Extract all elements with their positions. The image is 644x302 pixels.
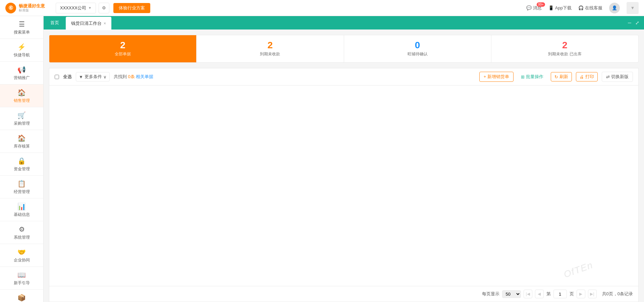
sidebar-item-operations[interactable]: 📋 经营管理: [0, 176, 43, 198]
header-right: 💬 消息 99+ 📱 App下载 🎧 在线客服 👤 ▼: [526, 2, 639, 14]
enterprise-icon: 🤝: [17, 248, 26, 256]
main-content: 首页 钱货日清工作台 × ─ ⤢ 2 全部单据 2 到期未收款: [44, 16, 644, 302]
app-center-icon: 📦: [17, 294, 26, 302]
found-text: 共找到 0条 相关单据: [114, 74, 153, 80]
sales-icon: 🏠: [17, 88, 26, 97]
sidebar-item-label-quick-nav: 快捷导航: [14, 52, 30, 58]
stat-card-all[interactable]: 2 全部单据: [49, 35, 197, 62]
new-sales-order-button[interactable]: + 新增销货单: [479, 72, 514, 82]
tab-home[interactable]: 首页: [44, 16, 66, 29]
app-download-button[interactable]: 📱 App下载: [548, 5, 572, 11]
tab-close-button[interactable]: ×: [104, 21, 106, 26]
pagination-last-button[interactable]: ▶|: [588, 290, 597, 298]
per-page-select[interactable]: 10 20 50 100: [502, 290, 521, 298]
sidebar-item-quick-nav[interactable]: ⚡ 快捷导航: [0, 39, 43, 62]
more-filter-button[interactable]: ▼ 更多条件 ∨: [76, 72, 110, 81]
download-icon: 📱: [548, 5, 554, 10]
avatar[interactable]: 👤: [609, 3, 620, 13]
tab-bar: 首页 钱货日清工作台 × ─ ⤢: [44, 16, 644, 29]
pagination-prev-button[interactable]: ◀: [535, 290, 544, 298]
sidebar-item-enterprise[interactable]: 🤝 企业协同: [0, 244, 43, 267]
pagination-bar: 每页显示 10 20 50 100 |◀ ◀ 第 页 ▶ ▶| 共0页，0条记录: [49, 286, 639, 302]
sidebar-item-finance[interactable]: 🔒 资金管理: [0, 153, 43, 176]
sidebar-item-label-finance: 资金管理: [14, 166, 30, 172]
refresh-label: 刷新: [559, 74, 568, 80]
active-tab-label: 钱货日清工作台: [71, 20, 102, 26]
gear-icon: ⚙: [102, 5, 106, 10]
sidebar-item-app-center[interactable]: 📦 应用中心: [0, 290, 43, 302]
stat-number-overdue-unpaid: 2: [268, 41, 273, 50]
table-area: [49, 85, 639, 286]
user-menu-icon: ▼: [631, 5, 635, 10]
sidebar-item-inventory[interactable]: 🏠 库存核算: [0, 130, 43, 153]
toolbar: 全选 ▼ 更多条件 ∨ 共找到 0条 相关单据 + 新增销货单 ⊞: [49, 68, 639, 85]
sidebar-item-search-menu[interactable]: ☰ 搜索菜单: [0, 16, 43, 39]
online-service-button[interactable]: 🎧 在线客服: [578, 5, 602, 11]
sidebar-item-label-search-menu: 搜索菜单: [14, 29, 30, 35]
stat-card-overdue-unpaid[interactable]: 2 到期未收款: [197, 35, 344, 62]
company-selector[interactable]: XXXXXX公司 ▼: [56, 3, 96, 13]
tab-minimize-button[interactable]: ─: [627, 19, 632, 26]
filter-icon: ▼: [79, 74, 83, 79]
sidebar-item-label-purchase: 采购管理: [14, 121, 30, 126]
tab-bar-controls: ─ ⤢: [627, 19, 644, 26]
stat-card-wangwang[interactable]: 0 旺辅待确认: [344, 35, 491, 62]
sidebar-item-sales[interactable]: 🏠 销售管理: [0, 84, 43, 107]
trial-button[interactable]: 体验行业方案: [113, 3, 150, 13]
stat-number-overdue-not-shipped: 2: [562, 41, 568, 50]
search-menu-icon: ☰: [19, 20, 25, 28]
sidebar-item-beginner[interactable]: 📖 新手引导: [0, 267, 43, 290]
message-button[interactable]: 💬 消息 99+: [526, 5, 542, 11]
user-menu-button[interactable]: ▼: [627, 2, 639, 14]
headset-icon: 🎧: [578, 5, 584, 10]
logo-area: ⑥ 畅捷通好生意 标准版: [5, 3, 49, 13]
related-link[interactable]: 相关单据: [136, 74, 153, 79]
logo-text: 畅捷通好生意 标准版: [19, 3, 45, 13]
sidebar-item-system[interactable]: ⚙ 系统管理: [0, 221, 43, 244]
content-area: 2 全部单据 2 到期未收款 0 旺辅待确认 2 到期未收款 已出库: [44, 29, 644, 302]
pagination-page-input[interactable]: [553, 290, 567, 298]
message-badge: 99+: [537, 2, 545, 7]
app-logo-icon: ⑥: [5, 3, 16, 13]
logo-main: 畅捷通好生意: [19, 3, 45, 9]
company-name: XXXXXX公司: [60, 5, 86, 11]
pagination-total: 共0页，0条记录: [602, 291, 633, 297]
stat-card-overdue-not-shipped[interactable]: 2 到期未收款 已出库: [491, 35, 638, 62]
pagination-page-label: 第: [546, 291, 551, 297]
print-button[interactable]: 🖨 打印: [576, 72, 598, 81]
toolbar-left: 全选 ▼ 更多条件 ∨ 共找到 0条 相关单据: [55, 72, 475, 81]
switch-new-version-button[interactable]: ⇄ 切换新版: [602, 72, 633, 82]
toolbar-right: + 新增销货单 ⊞ 批量操作 ↻ 刷新 🖨 打印 ⇄: [479, 72, 633, 82]
sidebar-item-label-sales: 销售管理: [14, 98, 30, 104]
app-download-label: App下载: [555, 5, 572, 11]
sidebar-item-label-operations: 经营管理: [14, 189, 30, 195]
sidebar-item-label-enterprise: 企业协同: [14, 257, 30, 263]
message-icon: 💬: [526, 5, 532, 10]
sidebar-item-label-beginner: 新手引导: [14, 280, 30, 286]
select-all-checkbox[interactable]: [55, 75, 59, 79]
switch-label: 切换新版: [611, 74, 629, 80]
settings-button[interactable]: ⚙: [99, 3, 109, 13]
tab-expand-button[interactable]: ⤢: [635, 19, 640, 26]
stat-label-overdue-unpaid: 到期未收款: [260, 51, 280, 57]
stat-number-wangwang: 0: [415, 41, 420, 50]
sidebar-item-basic-info[interactable]: 📊 基础信息: [0, 198, 43, 221]
purchase-icon: 🛒: [17, 111, 26, 119]
sidebar-item-label-basic-info: 基础信息: [14, 212, 30, 218]
sidebar-item-purchase[interactable]: 🛒 采购管理: [0, 107, 43, 130]
sidebar-item-marketing[interactable]: 📢 营销推广: [0, 62, 43, 84]
pagination-page-suffix: 页: [570, 291, 574, 297]
operations-icon: 📋: [17, 180, 26, 188]
refresh-icon: ↻: [554, 74, 558, 79]
system-icon: ⚙: [19, 225, 25, 233]
pagination-next-button[interactable]: ▶: [577, 290, 585, 298]
main-layout: ☰ 搜索菜单 ⚡ 快捷导航 📢 营销推广 🏠 销售管理 🛒 采购管理 🏠 库存核…: [0, 16, 644, 302]
switch-icon: ⇄: [606, 74, 610, 79]
refresh-button[interactable]: ↻ 刷新: [551, 72, 572, 81]
online-service-label: 在线客服: [585, 5, 602, 11]
batch-operation-button[interactable]: ⊞ 批量操作: [518, 72, 547, 81]
pagination-first-button[interactable]: |◀: [524, 290, 532, 298]
tab-active[interactable]: 钱货日清工作台 ×: [66, 17, 111, 30]
sidebar-item-label-system: 系统管理: [14, 235, 30, 240]
filter-chevron: ∨: [103, 74, 107, 79]
